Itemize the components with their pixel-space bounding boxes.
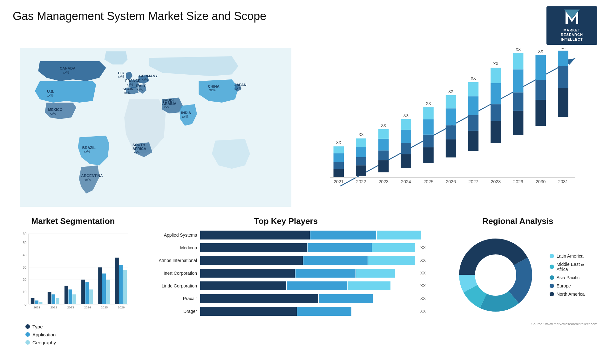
svg-rect-49 xyxy=(378,139,389,151)
svg-text:XX: XX xyxy=(336,140,341,145)
svg-rect-69 xyxy=(468,96,478,115)
player-bars-inert xyxy=(200,269,415,278)
legend-asia-pacific: Asia Pacific xyxy=(550,275,585,280)
player-row-atmos: Atmos International XX xyxy=(146,256,426,265)
svg-text:xx%: xx% xyxy=(85,178,91,182)
svg-rect-86 xyxy=(558,88,568,117)
svg-rect-40 xyxy=(334,146,344,153)
logo: MARKETRESEARCHINTELLECT xyxy=(546,6,597,45)
svg-rect-83 xyxy=(535,80,546,100)
bar-dark xyxy=(200,281,286,290)
segmentation-chart: 0 10 20 30 40 50 60 2021 xyxy=(13,231,133,321)
geography-dot xyxy=(25,340,30,345)
svg-rect-63 xyxy=(446,125,456,139)
svg-rect-122 xyxy=(48,292,51,304)
svg-rect-44 xyxy=(356,147,366,157)
svg-text:XX: XX xyxy=(516,48,521,52)
svg-text:2029: 2029 xyxy=(513,179,523,184)
svg-text:20: 20 xyxy=(23,278,26,281)
bar-dark xyxy=(200,294,318,303)
svg-text:xx%: xx% xyxy=(137,88,143,91)
svg-text:AFRICA: AFRICA xyxy=(132,147,146,151)
player-bars-drager xyxy=(200,307,415,316)
legend-type: Type xyxy=(25,324,133,329)
player-row-praxair: Praxair XX xyxy=(146,294,426,303)
regional-title: Regional Analysis xyxy=(438,216,597,226)
svg-rect-74 xyxy=(491,83,501,104)
svg-text:XX: XX xyxy=(359,132,364,137)
svg-text:2027: 2027 xyxy=(468,179,478,184)
svg-rect-140 xyxy=(123,270,127,304)
europe-label: Europe xyxy=(557,283,571,288)
svg-text:ARABIA: ARABIA xyxy=(162,102,176,105)
svg-text:2021: 2021 xyxy=(334,179,344,184)
legend-type-label: Type xyxy=(32,324,43,329)
svg-rect-50 xyxy=(378,129,389,138)
page-header: Gas Management System Market Size and Sc… xyxy=(13,6,597,45)
player-row-inert: Inert Corporation XX xyxy=(146,269,426,278)
svg-text:50: 50 xyxy=(23,241,26,245)
world-map: CANADA xx% U.S. xx% MEXICO xx% BRAZIL xx… xyxy=(13,48,299,207)
player-row-drager: Dräger XX xyxy=(146,307,426,316)
player-name-applied: Applied Systems xyxy=(146,233,197,238)
svg-text:INDIA: INDIA xyxy=(181,111,191,115)
mea-label: Middle East &Africa xyxy=(557,262,584,272)
svg-text:XX: XX xyxy=(403,113,409,118)
svg-text:XX: XX xyxy=(538,49,543,54)
svg-rect-64 xyxy=(446,108,456,125)
svg-rect-45 xyxy=(356,138,366,147)
players-list: Applied Systems Medicop XX xyxy=(140,231,432,316)
svg-rect-136 xyxy=(106,280,110,304)
svg-text:2024: 2024 xyxy=(401,179,411,184)
svg-rect-60 xyxy=(423,107,434,119)
svg-text:JAPAN: JAPAN xyxy=(234,83,247,87)
bar-mid xyxy=(303,256,368,265)
legend-north-america: North America xyxy=(550,292,585,297)
svg-text:SPAIN: SPAIN xyxy=(123,87,133,91)
svg-rect-68 xyxy=(468,115,478,131)
logo-letter xyxy=(564,10,580,28)
bar-mid xyxy=(297,307,351,316)
player-name-praxair: Praxair xyxy=(146,296,197,301)
svg-text:ARGENTINA: ARGENTINA xyxy=(81,174,103,178)
bar-mid xyxy=(319,294,373,303)
north-america-label: North America xyxy=(557,292,585,297)
svg-rect-120 xyxy=(39,302,43,304)
svg-rect-134 xyxy=(98,267,102,304)
svg-rect-39 xyxy=(334,153,344,162)
player-inert-label: XX xyxy=(420,271,426,275)
svg-text:U.K.: U.K. xyxy=(118,71,125,75)
svg-rect-84 xyxy=(535,55,546,80)
svg-text:xx%: xx% xyxy=(209,88,216,92)
svg-text:2028: 2028 xyxy=(491,179,501,184)
bar-light xyxy=(377,231,421,239)
player-name-atmos: Atmos International xyxy=(146,258,197,263)
europe-dot xyxy=(550,284,554,288)
regional-section: Regional Analysis xyxy=(438,216,597,345)
svg-text:2031: 2031 xyxy=(558,179,568,184)
svg-text:MEXICO: MEXICO xyxy=(48,108,62,111)
segmentation-legend: Type Application Geography xyxy=(25,324,133,345)
player-linde-label: XX xyxy=(420,283,426,288)
player-atmos-label: XX xyxy=(420,258,426,263)
legend-geography: Geography xyxy=(25,340,133,345)
segmentation-section: Market Segmentation 0 10 20 30 40 50 xyxy=(13,216,133,345)
svg-text:XX: XX xyxy=(381,123,386,128)
svg-text:xx%: xx% xyxy=(127,83,133,86)
bar-light xyxy=(356,269,395,278)
player-bars-medicop xyxy=(200,243,415,252)
players-section: Top Key Players Applied Systems Medicop xyxy=(140,216,432,345)
svg-rect-130 xyxy=(81,280,85,304)
svg-text:2026: 2026 xyxy=(118,306,125,309)
svg-rect-55 xyxy=(401,119,411,130)
svg-text:xx%: xx% xyxy=(124,91,131,95)
bar-dark xyxy=(200,307,297,316)
svg-rect-43 xyxy=(356,157,366,165)
player-row-applied: Applied Systems xyxy=(146,231,426,239)
svg-rect-82 xyxy=(535,100,546,126)
svg-point-148 xyxy=(475,255,516,295)
bar-dark xyxy=(200,231,310,239)
svg-rect-73 xyxy=(491,104,501,121)
logo-text: MARKETRESEARCHINTELLECT xyxy=(561,28,583,42)
svg-text:2025: 2025 xyxy=(424,179,434,184)
